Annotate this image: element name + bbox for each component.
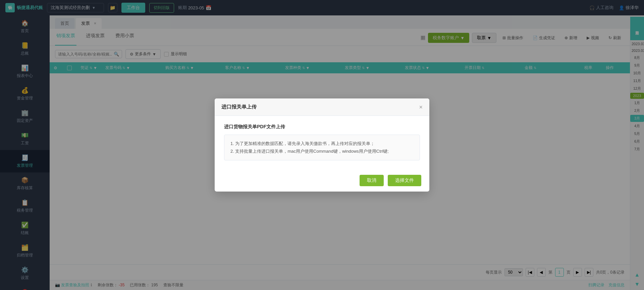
modal-confirm-button[interactable]: 选择文件 bbox=[388, 175, 421, 186]
modal-overlay: 进口报关单上传 × 进口货物报关单PDF文件上传 1. 为了更加精准的数据匹配，… bbox=[0, 0, 644, 290]
modal-footer: 取消 选择文件 bbox=[215, 169, 429, 192]
modal-body: 进口货物报关单PDF文件上传 1. 为了更加精准的数据匹配，请先录入海关缴款书，… bbox=[215, 116, 429, 169]
modal-title: 进口报关单上传 bbox=[221, 104, 257, 110]
modal-info-line-2: 2. 支持批量上传进口报关单，mac用户使用Command键，windows用户… bbox=[230, 147, 414, 155]
modal-info-box: 1. 为了更加精准的数据匹配，请先录入海关缴款书，再上传对应的报关单； 2. 支… bbox=[224, 135, 420, 160]
modal-section-title: 进口货物报关单PDF文件上传 bbox=[224, 124, 420, 130]
modal-header: 进口报关单上传 × bbox=[215, 98, 429, 116]
modal: 进口报关单上传 × 进口货物报关单PDF文件上传 1. 为了更加精准的数据匹配，… bbox=[215, 98, 429, 192]
modal-cancel-button[interactable]: 取消 bbox=[360, 175, 384, 186]
modal-info-line-1: 1. 为了更加精准的数据匹配，请先录入海关缴款书，再上传对应的报关单； bbox=[230, 140, 414, 147]
modal-close-button[interactable]: × bbox=[419, 104, 423, 110]
